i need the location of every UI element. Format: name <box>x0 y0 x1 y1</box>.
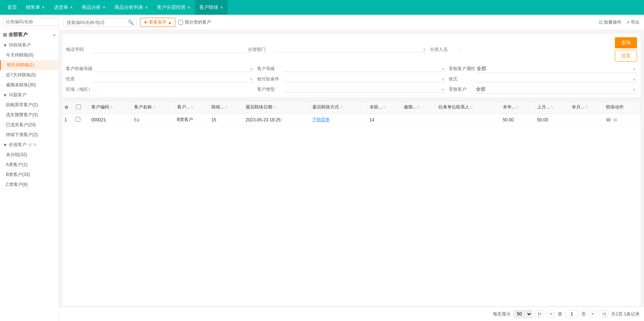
filter-status: 状态 ∨ <box>449 76 637 82</box>
row-code: 000021 <box>89 114 132 126</box>
next-page-btn[interactable]: > <box>589 310 596 318</box>
close-icon[interactable]: ✕ <box>102 5 106 10</box>
content-area: 🔍 ▼ 更多条件 ▲ 我分管的客户 ☑ 批量操作 ↗ 导出 <box>59 15 644 321</box>
sidebar-item-declining[interactable]: 持续下滑客户(2) <box>0 130 59 140</box>
refresh-icon[interactable]: ↺ <box>28 142 32 148</box>
col-last-contact-date[interactable]: 最后联络日期 ⇅ <box>244 101 310 114</box>
filter-phone-input[interactable] <box>92 46 245 53</box>
settings-button[interactable]: 设置 <box>615 50 637 62</box>
row-unit-contact <box>436 114 500 126</box>
row-checkbox-cell[interactable] <box>73 114 89 126</box>
sidebar-item-tomorrow[interactable]: 明天待联络(1) <box>0 60 59 70</box>
nav-home[interactable]: 首页 <box>3 0 21 15</box>
contact-method-link[interactable]: 下销货单 <box>312 117 330 122</box>
col-contact-count[interactable]: 联络... ⇅ <box>209 101 243 114</box>
close-icon[interactable]: ✕ <box>145 5 148 10</box>
col-last-month[interactable]: 上月... ⇅ <box>535 101 569 114</box>
nav-purchase[interactable]: 进货单 ✕ <box>49 0 77 15</box>
filter-actions: 查询 设置 <box>615 37 637 62</box>
first-page-btn[interactable]: |< <box>535 310 544 318</box>
sidebar-item-class-c[interactable]: C类客户(6) <box>0 180 59 190</box>
gear-icon[interactable]: ⚙ <box>64 105 69 110</box>
sidebar-item-overdue[interactable]: 逾期未联络(30) <box>0 80 59 90</box>
sort-icon: ⇅ <box>470 105 473 109</box>
select-all-checkbox[interactable] <box>76 104 81 109</box>
toolbar-search-box[interactable]: 🔍 <box>63 18 137 27</box>
col-this-month[interactable]: 本月... ⇅ <box>569 101 603 114</box>
col-customer-code[interactable]: 客户编码 ⇅ <box>89 101 132 114</box>
nav-customer-segmentation[interactable]: 客户分层经营 ✕ <box>153 0 195 15</box>
filter-retail-select[interactable]: 全部 ∨ <box>475 85 637 94</box>
filter-price-select[interactable]: ∨ <box>92 66 254 72</box>
edit-icon[interactable]: ✎ <box>33 142 37 148</box>
row-checkbox[interactable] <box>76 117 80 122</box>
col-uncontacted[interactable]: 未联... ⇅ <box>367 101 402 114</box>
filter-payment: 收付款条件 ∨ <box>257 76 445 82</box>
action-call-icon[interactable]: ☎ <box>606 117 611 122</box>
nav-product-analysis-list[interactable]: 商品分析列表 ✕ <box>110 0 153 15</box>
filter-region-dots[interactable]: ··· <box>94 87 98 92</box>
sidebar-group-problem[interactable]: ▼ 问题客户 <box>0 90 59 100</box>
close-icon[interactable]: ✕ <box>70 5 73 10</box>
col-gear[interactable]: ⚙ <box>62 101 73 114</box>
query-button[interactable]: 查询 <box>615 37 637 48</box>
page-input[interactable] <box>565 310 578 318</box>
col-last-contact-method[interactable]: 最后联络方式 ⇅ <box>310 101 367 114</box>
sidebar-item-7days[interactable]: 近7天待联络(0) <box>0 70 59 80</box>
nav-product-analysis[interactable]: 商品分析 ✕ <box>77 0 110 15</box>
filter-nature-select[interactable]: ∨ <box>92 76 254 82</box>
nav-sales[interactable]: 销售单 ✕ <box>21 0 49 15</box>
filter-payment-select[interactable]: ∨ <box>283 76 445 82</box>
filter-more-btn[interactable]: ▼ 更多条件 ▲ <box>140 18 175 27</box>
toolbar-search-input[interactable] <box>67 20 128 25</box>
filter-nature: 性质 ∨ <box>66 76 254 82</box>
sidebar-item-churn-warning[interactable]: 流失预警客户(3) <box>0 110 59 120</box>
col-overdue[interactable]: 逾期... ⇅ <box>402 101 436 114</box>
col-unit-contact[interactable]: 往来单位联系人 ⇅ <box>436 101 500 114</box>
filter-manager-dots[interactable]: ··· <box>457 47 461 52</box>
col-this-year[interactable]: 本年... ⇅ <box>500 101 535 114</box>
my-customers-checkbox-label[interactable]: 我分管的客户 <box>178 19 211 25</box>
prev-page-btn[interactable]: < <box>547 310 555 318</box>
close-icon[interactable]: ✕ <box>220 5 223 10</box>
action-more-icon[interactable]: ⊞ <box>613 117 617 122</box>
per-page-label: 每页显示 <box>493 311 511 317</box>
batch-ops-btn[interactable]: ☑ 批量操作 <box>599 19 622 25</box>
filter-row-4: 区域（地区） ··· 客户类型 ∨ 零散客户 全部 ∨ <box>66 85 637 94</box>
sidebar-all-customers[interactable]: ⊞ 全部客户 « <box>0 29 59 40</box>
chevron-down-icon: ∨ <box>250 67 253 71</box>
filter-retail-attr-select[interactable]: 全部 ∨ <box>475 65 637 73</box>
row-type: B类客户 <box>175 114 209 126</box>
close-icon[interactable]: ✕ <box>42 5 45 10</box>
nav-customer-contact[interactable]: 客户联络 ✕ <box>195 0 228 15</box>
sidebar-item-today[interactable]: 今天待联络(0) <box>0 50 59 60</box>
sort-icon: ⇅ <box>190 105 193 109</box>
sort-icon: ⇅ <box>273 105 276 109</box>
arrow-icon: ▼ <box>3 43 7 48</box>
per-page-select[interactable]: 50 100 200 <box>514 310 532 318</box>
filter-status-select[interactable]: ∨ <box>475 76 637 82</box>
col-customer-type[interactable]: 客户... ⇅ <box>175 101 209 114</box>
sidebar-item-class-b[interactable]: B类客户(33) <box>0 170 59 180</box>
sidebar-search-input[interactable] <box>3 18 59 26</box>
filter-customer-type-select[interactable]: ∨ <box>283 87 445 93</box>
col-customer-name[interactable]: 客户名称 ⇅ <box>132 101 175 114</box>
sidebar-item-churned[interactable]: 已流失客户(24) <box>0 120 59 130</box>
close-icon[interactable]: ✕ <box>187 5 190 10</box>
collapse-icon[interactable]: « <box>53 32 56 38</box>
my-customers-checkbox[interactable] <box>178 20 183 25</box>
sidebar-group-pending[interactable]: ▼ 待联络客户 <box>0 40 59 50</box>
filter-row-3: 性质 ∨ 收付款条件 ∨ 状态 ∨ <box>66 76 637 82</box>
search-icon[interactable]: 🔍 <box>128 20 134 25</box>
filter-level-select[interactable]: ∨ <box>283 66 445 72</box>
sidebar-group-value[interactable]: ▼ 价值客户 ↺ ✎ <box>0 140 59 150</box>
toolbar-right: ☑ 批量操作 ↗ 导出 <box>599 19 640 25</box>
sidebar-item-class-a[interactable]: A类客户(1) <box>0 160 59 170</box>
sidebar-item-repurchase-abnormal[interactable]: 回购异常客户(2) <box>0 100 59 110</box>
sidebar-item-unclassified[interactable]: 未分组(32) <box>0 150 59 160</box>
export-btn[interactable]: ↗ 导出 <box>626 19 640 25</box>
row-last-method[interactable]: 下销货单 <box>310 114 367 126</box>
export-icon: ↗ <box>626 20 630 25</box>
last-page-btn[interactable]: >| <box>599 310 608 318</box>
filter-dept-select[interactable]: ∨ <box>274 46 427 52</box>
